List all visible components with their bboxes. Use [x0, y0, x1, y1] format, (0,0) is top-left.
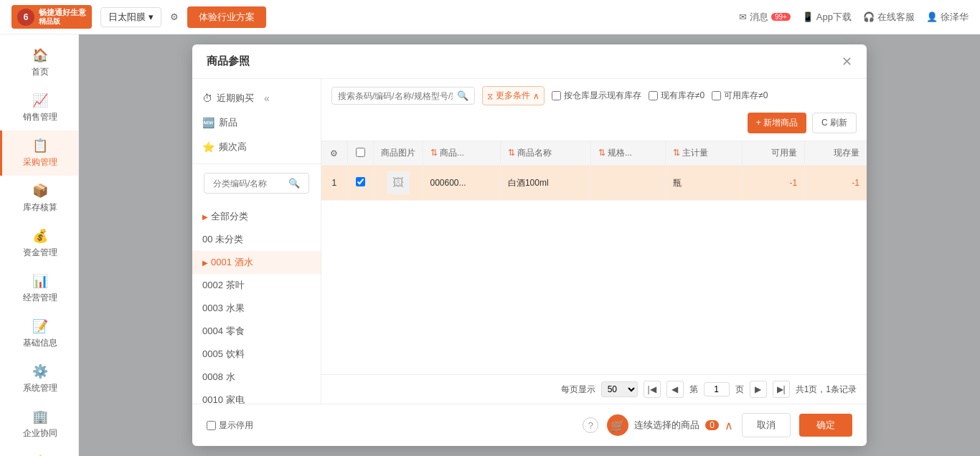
td-code: 000600...	[423, 166, 500, 201]
dialog-title: 商品参照	[207, 54, 250, 68]
category-search-input[interactable]	[213, 179, 284, 189]
sidebar-item-system[interactable]: ⚙️ 系统管理	[0, 356, 78, 402]
category-0010-label: 0010 家电	[202, 394, 245, 404]
cart-icon[interactable]: 🛒	[607, 414, 628, 436]
category-0005[interactable]: 0005 饮料	[192, 343, 321, 366]
message-label: 消息	[750, 11, 768, 24]
product-search-icon[interactable]: 🔍	[457, 90, 468, 101]
checkbox-available-label[interactable]: 可用库存≠0	[712, 90, 768, 102]
logo-icon: 6	[17, 9, 34, 26]
collapse-left-btn[interactable]: «	[258, 92, 275, 104]
td-checkbox[interactable]	[347, 166, 373, 201]
first-page-button[interactable]: |◀	[644, 381, 661, 398]
last-page-button[interactable]: ▶|	[773, 381, 790, 398]
sidebar-label-enterprise: 企业协同	[23, 427, 57, 440]
checkbox-stock-label[interactable]: 现有库存≠0	[649, 90, 705, 102]
category-0008[interactable]: 0008 水	[192, 366, 321, 389]
category-00-label: 00 未分类	[202, 233, 243, 246]
add-product-button[interactable]: + 新增商品	[748, 113, 806, 133]
table-row[interactable]: 1 🖼 000600... 白酒100ml 瓶	[321, 166, 867, 201]
per-page-label: 每页显示	[561, 384, 595, 396]
category-search-wrap: 🔍	[192, 168, 321, 202]
arrow-all: ▶	[202, 213, 208, 221]
category-all[interactable]: ▶ 全部分类	[192, 205, 321, 228]
user-avatar[interactable]: 👤 徐泽华	[926, 11, 969, 24]
nav-right: ✉ 消息 99+ 📱 App下载 🎧 在线客服 👤 徐泽华	[739, 11, 969, 24]
refresh-button[interactable]: C 刷新	[812, 113, 857, 133]
dialog-close-button[interactable]: ✕	[842, 55, 852, 68]
category-0004-label: 0004 零食	[202, 325, 245, 338]
product-table-wrap: ⚙ 商品图片 ⇅ 商品... ⇅ 商品名称	[321, 141, 867, 374]
checkbox-warehouse-label[interactable]: 按仓库显示现有库存	[552, 90, 641, 102]
product-reference-dialog: 商品参照 ✕ ⏱ 近期购买 « 🆕 新品	[192, 44, 867, 446]
service-icon: 🎧	[863, 11, 875, 22]
next-page-button[interactable]: ▶	[750, 381, 767, 398]
product-search-input[interactable]	[338, 91, 453, 101]
dialog-footer: 显示停用 ? 🛒 连续选择的商品 0 ∧ 取消 确定	[192, 404, 867, 446]
settings-icon[interactable]: ⚙	[170, 11, 179, 22]
sidebar-item-basic-info[interactable]: 📝 基础信息	[0, 311, 78, 356]
product-search-box[interactable]: 🔍	[331, 87, 475, 105]
divider	[192, 163, 321, 164]
filter-label: 更多条件	[496, 90, 530, 102]
td-unit: 瓶	[665, 166, 742, 201]
quick-nav-frequent[interactable]: ⭐ 频次高	[192, 135, 321, 159]
select-all-checkbox[interactable]	[356, 148, 365, 157]
checkbox-stock[interactable]	[649, 91, 658, 100]
confirm-button[interactable]: 确定	[799, 414, 852, 437]
category-0010[interactable]: 0010 家电	[192, 389, 321, 404]
content-area: 商品参照 ✕ ⏱ 近期购买 « 🆕 新品	[79, 34, 980, 456]
cart-collapse-icon[interactable]: ∧	[725, 419, 733, 432]
online-service[interactable]: 🎧 在线客服	[863, 11, 915, 24]
row-checkbox[interactable]	[356, 177, 365, 186]
new-icon: 🆕	[202, 117, 215, 128]
sidebar-item-inventory[interactable]: 📦 库存核算	[0, 176, 78, 221]
nav-selector[interactable]: 日太阳膜 ▾	[100, 7, 161, 27]
sidebar-item-guide[interactable]: 🌟 新手引导	[0, 447, 78, 456]
category-search-box[interactable]: 🔍	[204, 173, 309, 194]
prev-page-button[interactable]: ◀	[666, 381, 684, 398]
checkbox-available[interactable]	[712, 91, 721, 100]
td-spec	[590, 166, 665, 201]
td-available: -1	[743, 166, 805, 201]
th-unit: ⇅ 主计量	[665, 141, 742, 166]
quick-nav-recent[interactable]: ⏱ 近期购买 «	[192, 86, 321, 110]
th-settings[interactable]: ⚙	[321, 141, 347, 166]
trial-button[interactable]: 体验行业方案	[187, 6, 266, 28]
cancel-button[interactable]: 取消	[742, 413, 791, 437]
th-checkbox[interactable]	[347, 141, 373, 166]
category-0004[interactable]: 0004 零食	[192, 320, 321, 343]
sidebar-item-enterprise[interactable]: 🏢 企业协同	[0, 402, 78, 447]
help-icon[interactable]: ?	[583, 417, 598, 433]
page-input[interactable]	[704, 382, 730, 396]
sidebar-label-purchase: 采购管理	[23, 156, 57, 168]
per-page-select[interactable]: 50 10 20 100	[601, 381, 638, 397]
quick-nav-frequent-label: 频次高	[219, 141, 247, 153]
category-search-icon[interactable]: 🔍	[288, 178, 300, 189]
category-all-label: 全部分类	[211, 210, 248, 223]
recent-icon: ⏱	[202, 92, 212, 104]
filter-more-button[interactable]: ⧖ 更多条件 ∧	[482, 86, 545, 105]
checkbox-warehouse[interactable]	[552, 91, 561, 100]
system-icon: ⚙️	[32, 364, 48, 379]
category-0002[interactable]: 0002 茶叶	[192, 274, 321, 297]
sidebar-item-sales[interactable]: 📈 销售管理	[0, 85, 78, 130]
sidebar-label-inventory: 库存核算	[23, 201, 57, 214]
sort-icon-unit: ⇅	[673, 148, 680, 158]
app-icon: 📱	[802, 11, 814, 22]
message-badge: 99+	[771, 13, 791, 21]
category-00[interactable]: 00 未分类	[192, 228, 321, 251]
show-disabled-checkbox[interactable]	[207, 421, 216, 430]
category-0002-label: 0002 茶叶	[202, 279, 245, 292]
sidebar-item-home[interactable]: 🏠 首页	[0, 40, 78, 85]
app-download[interactable]: 📱 App下载	[802, 11, 852, 24]
sidebar-item-finance[interactable]: 💰 资金管理	[0, 221, 78, 266]
sidebar-item-operations[interactable]: 📊 经营管理	[0, 266, 78, 311]
category-0001[interactable]: ▶ 0001 酒水	[192, 251, 321, 274]
sidebar-item-purchase[interactable]: 📋 采购管理	[0, 130, 78, 176]
quick-nav-new[interactable]: 🆕 新品	[192, 110, 321, 135]
category-0003[interactable]: 0003 水果	[192, 297, 321, 320]
message-icon-area[interactable]: ✉ 消息 99+	[739, 11, 791, 24]
sidebar-label-sales: 销售管理	[23, 111, 57, 123]
show-disabled-label[interactable]: 显示停用	[207, 419, 253, 432]
